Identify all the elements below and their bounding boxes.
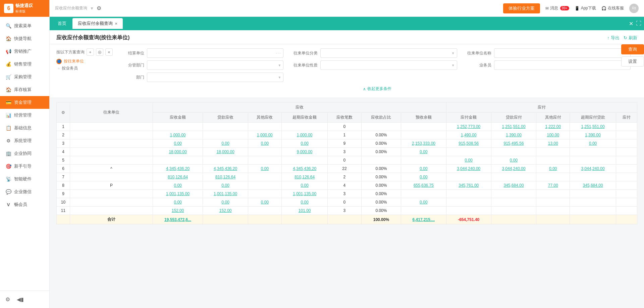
export-button[interactable]: ↑ 导出 — [607, 35, 620, 41]
export-icon: ↑ — [607, 35, 610, 40]
sidebar-label: 快捷导航 — [14, 36, 32, 42]
settlement-unit-label: 结算单位 — [117, 50, 147, 56]
breadcrumb-text: 应收应付余额查询 — [55, 5, 87, 11]
gear-button[interactable]: ⚙ — [97, 5, 101, 11]
sidebar-label: 基础信息 — [14, 125, 32, 131]
filter-group2[interactable]: ○ 按业务员 — [56, 65, 113, 71]
tab-close-icon[interactable]: ✕ — [115, 22, 117, 26]
marketing-icon: 📢 — [5, 48, 11, 54]
th-ar-other: 其他应收 — [248, 113, 281, 123]
tab-home[interactable]: 首页 — [52, 18, 72, 29]
brand-name: 畅捷通叹 — [15, 3, 33, 8]
operation-icon: 📊 — [5, 112, 11, 118]
dept-manager-input[interactable]: ▼ — [147, 60, 283, 70]
th-ap-extra: 应付 — [616, 113, 637, 123]
filter-group1-label: 按往来单位 — [64, 58, 84, 64]
sidebar-item-search-menu[interactable]: 🔍 搜索菜单 — [0, 19, 49, 32]
sidebar-item-finance[interactable]: 💳 资金管理 — [0, 96, 49, 109]
filter-group1[interactable]: 🔵 按往来单位 — [56, 58, 113, 64]
filter-group1-icon: 🔵 — [56, 59, 62, 64]
sidebar-label: 畅会员 — [14, 202, 27, 208]
collapse-sidebar-icon[interactable]: ◀▮ — [17, 296, 24, 303]
sidebar-item-sales[interactable]: 💰 销售管理 — [0, 58, 49, 71]
collapse-filter-btn[interactable]: « — [105, 48, 113, 56]
add-filter-btn[interactable]: ＋ — [87, 48, 94, 56]
refresh-icon: ↻ — [624, 35, 627, 40]
quick-nav-icon: 🏠 — [5, 36, 11, 42]
total-num-cell — [57, 215, 70, 224]
table-row: 30.000.000.000.0090.00%2,153,333.00915,5… — [57, 139, 637, 148]
tab-bar-right: ✕ ⛶ — [629, 20, 641, 27]
field-settlement-unit: 结算单位 ··· — [117, 48, 290, 58]
sidebar-item-purchase[interactable]: 🛒 采购管理 — [0, 71, 49, 83]
app-download-button[interactable]: 📱 App下载 — [575, 5, 596, 11]
th-ar-overdue: 超期应收金额 — [282, 113, 328, 123]
sidebar-item-corp-wx[interactable]: 💬 企业微信 — [0, 185, 49, 198]
tab-close-all-icon[interactable]: ✕ — [629, 20, 633, 27]
th-ap-overdue: 超期应付贷款 — [570, 113, 616, 123]
th-ar-ratio: 应收款占比 — [361, 113, 401, 123]
query-button[interactable]: 查询 — [621, 44, 644, 54]
user-name: Rit — [632, 6, 636, 10]
partner-nature-input[interactable]: ▼ — [320, 60, 457, 70]
settings-footer-icon[interactable]: ⚙ — [5, 296, 10, 303]
th-ar-loan: 贷款应收 — [203, 113, 248, 123]
salesman-label: 业务员 — [464, 62, 494, 68]
th-ar-prepay: 预收余额 — [401, 113, 446, 123]
guide-icon: 🎯 — [5, 163, 11, 169]
tab-maximize-icon[interactable]: ⛶ — [636, 20, 641, 27]
th-ar-amount: 应收金额 — [153, 113, 203, 123]
sidebar-nav: 🔍 搜索菜单 🏠 快捷导航 📢 营销推广 💰 销售管理 🛒 采购管理 🏠 — [0, 17, 49, 291]
th-group-ar: 应收 — [153, 102, 446, 113]
total-ap-loan-cell — [491, 215, 536, 224]
sidebar-label: 资金管理 — [14, 99, 32, 105]
page-actions: ↑ 导出 ↻ 刷新 — [607, 35, 638, 41]
sidebar-item-marketing[interactable]: 📢 营销推广 — [0, 45, 49, 58]
corp-icon: 🏢 — [5, 150, 11, 157]
th-settings: ⚙ — [57, 102, 70, 123]
collapse-more-btn[interactable]: ∧ 收起更多条件 — [363, 84, 391, 94]
partner-name-input[interactable]: ··· — [494, 48, 631, 58]
table-row: 11152.00152.00101.0030.00% — [57, 207, 637, 215]
partner-category-input[interactable]: ▼ — [320, 48, 457, 58]
sidebar-item-guide[interactable]: 🎯 新手引导 — [0, 160, 49, 173]
sidebar-item-system[interactable]: ⚙ 系统管理 — [0, 134, 49, 147]
sidebar-item-member[interactable]: V 畅会员 — [0, 198, 49, 211]
message-button[interactable]: ✉ 消息 99+ — [545, 5, 569, 11]
sidebar-item-corp[interactable]: 🏢 企业协同 — [0, 147, 49, 160]
corp-wx-icon: 💬 — [5, 189, 11, 195]
chevron-down-icon: ▼ — [278, 63, 281, 67]
sidebar-item-operation[interactable]: 📊 经营管理 — [0, 109, 49, 122]
sidebar-item-quick-nav[interactable]: 🏠 快捷导航 — [0, 32, 49, 45]
sidebar-item-inventory[interactable]: 🏠 库存核算 — [0, 83, 49, 96]
breadcrumb-chevron-icon: ▼ — [90, 6, 94, 11]
sidebar-label: 搜索菜单 — [14, 23, 32, 29]
basic-info-icon: 📋 — [5, 125, 11, 131]
table-area: ⚙ 往来单位 应收 应付 应收金额 贷款应收 其他应收 超期应收金额 应收笔数 — [50, 98, 644, 308]
table-row: 6^4,345,436.204,345,436.200.004,345,436.… — [57, 165, 637, 173]
table-row: 418,000.0018,000.009,000.0030.00%0.00 — [57, 148, 637, 156]
tab-ar-ap[interactable]: 应收应付余额查询 ✕ — [72, 18, 123, 29]
filter-fields-grid: 结算单位 ··· 往来单位分类 ▼ — [117, 48, 637, 82]
search-menu-icon: 🔍 — [5, 23, 11, 29]
th-partner: 往来单位 — [70, 102, 153, 123]
solution-button[interactable]: 体验行业方案 — [503, 3, 540, 13]
sidebar-item-smart-hw[interactable]: 📡 智能硬件 — [0, 173, 49, 185]
sidebar-logo: 6 畅捷通叹 标准版 — [0, 0, 49, 17]
salesman-input[interactable]: ··· — [494, 60, 631, 70]
total-row: 合计 19,553,472,6... 100.00% 6,417,215....… — [57, 215, 637, 224]
set-button[interactable]: 设置 — [621, 56, 644, 67]
table-settings-icon[interactable]: ⚙ — [61, 110, 65, 115]
settlement-unit-input[interactable]: ··· — [147, 48, 283, 58]
sidebar-label: 采购管理 — [14, 74, 32, 80]
total-ar-count-cell — [328, 215, 361, 224]
collapse-icon: ∧ — [363, 87, 366, 91]
edit-filter-btn[interactable]: ◎ — [96, 48, 103, 56]
refresh-button[interactable]: ↻ 刷新 — [624, 35, 637, 41]
user-avatar[interactable]: Rit — [629, 4, 639, 13]
sidebar-item-basic-info[interactable]: 📋 基础信息 — [0, 122, 49, 134]
sidebar-label: 库存核算 — [14, 87, 32, 93]
sidebar: 6 畅捷通叹 标准版 🔍 搜索菜单 🏠 快捷导航 📢 营销推广 💰 销售 — [0, 0, 50, 308]
dept-input[interactable]: ▼ — [147, 73, 283, 82]
online-service-button[interactable]: 🎧 在线客服 — [601, 5, 624, 11]
